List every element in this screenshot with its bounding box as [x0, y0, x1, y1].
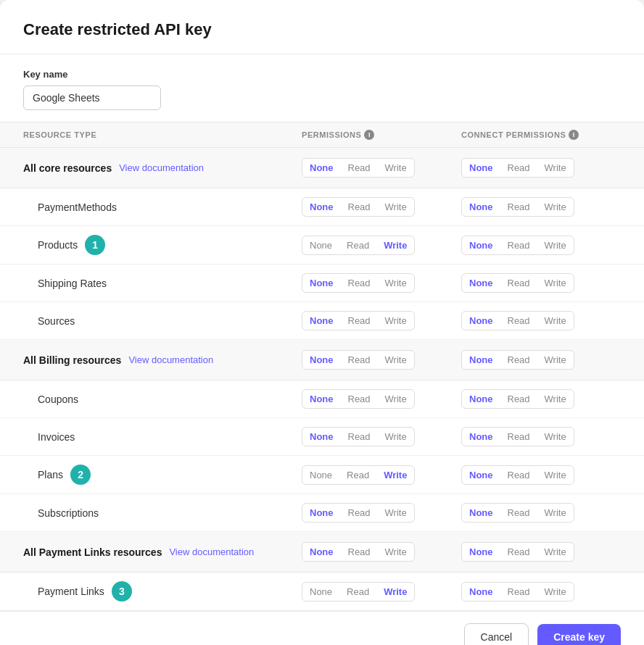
- perm-btn-none-connect-billing-group[interactable]: None: [462, 351, 500, 369]
- perm-btn-write-connect-core-3[interactable]: Write: [537, 312, 574, 330]
- perm-btn-read-perm-billing-2[interactable]: Read: [339, 466, 376, 484]
- perm-btn-none-connect-billing-1[interactable]: None: [462, 428, 500, 446]
- perm-btn-write-connect-payment-links-0[interactable]: Write: [537, 583, 574, 601]
- perm-btn-none-connect-billing-0[interactable]: None: [462, 390, 500, 408]
- group-connect-cell-core: NoneReadWrite: [461, 158, 621, 178]
- perm-btn-read-connect-core-2[interactable]: Read: [500, 274, 537, 292]
- perm-group-perm-billing-1: NoneReadWrite: [302, 427, 415, 446]
- perm-btn-read-perm-core-1[interactable]: Read: [339, 236, 376, 254]
- perm-btn-write-perm-core-0[interactable]: Write: [378, 198, 414, 216]
- perm-btn-write-perm-core-3[interactable]: Write: [378, 312, 414, 330]
- resource-connect-cell-core-1: NoneReadWrite: [461, 236, 621, 255]
- perm-btn-write-connect-core-group[interactable]: Write: [537, 159, 574, 177]
- perm-btn-none-perm-billing-3[interactable]: None: [302, 504, 341, 522]
- perm-btn-none-connect-payment-links-0[interactable]: None: [462, 583, 500, 601]
- perm-btn-read-connect-billing-1[interactable]: Read: [500, 428, 537, 446]
- resource-row-payment-links-0: Payment Links3NoneReadWriteNoneReadWrite: [0, 573, 644, 611]
- view-doc-link-core[interactable]: View documentation: [119, 162, 204, 173]
- perm-btn-write-perm-payment-links-group[interactable]: Write: [378, 543, 414, 561]
- perm-btn-write-perm-core-2[interactable]: Write: [378, 274, 414, 292]
- perm-btn-none-perm-core-0[interactable]: None: [302, 198, 341, 216]
- key-name-label: Key name: [23, 69, 621, 80]
- perm-btn-write-connect-core-1[interactable]: Write: [537, 236, 574, 254]
- perm-btn-write-connect-core-0[interactable]: Write: [537, 198, 574, 216]
- perm-btn-read-connect-payment-links-0[interactable]: Read: [500, 583, 537, 601]
- view-doc-link-billing[interactable]: View documentation: [128, 354, 213, 365]
- perm-btn-read-connect-billing-0[interactable]: Read: [500, 390, 537, 408]
- key-name-section: Key name: [0, 54, 644, 122]
- perm-btn-read-perm-billing-3[interactable]: Read: [341, 504, 378, 522]
- perm-btn-write-connect-core-2[interactable]: Write: [537, 274, 574, 292]
- group-connect-cell-billing: NoneReadWrite: [461, 350, 621, 370]
- connect-info-icon[interactable]: i: [569, 130, 579, 140]
- perm-btn-read-perm-billing-group[interactable]: Read: [341, 351, 378, 369]
- perm-btn-none-perm-billing-2[interactable]: None: [302, 466, 339, 484]
- perm-btn-none-connect-billing-3[interactable]: None: [462, 504, 500, 522]
- badge-payment-links-0: 3: [112, 581, 132, 602]
- perm-btn-none-connect-core-2[interactable]: None: [462, 274, 500, 292]
- perm-btn-read-perm-payment-links-group[interactable]: Read: [341, 543, 378, 561]
- resource-row-core-0: PaymentMethodsNoneReadWriteNoneReadWrite: [0, 188, 644, 226]
- perm-group-perm-payment-links-0: NoneReadWrite: [302, 582, 415, 602]
- perm-btn-none-perm-core-1[interactable]: None: [302, 236, 339, 254]
- perm-btn-write-perm-billing-2[interactable]: Write: [376, 466, 414, 484]
- resource-row-billing-3: SubscriptionsNoneReadWriteNoneReadWrite: [0, 494, 644, 532]
- permissions-info-icon[interactable]: i: [364, 130, 374, 140]
- perm-btn-write-connect-billing-0[interactable]: Write: [537, 390, 574, 408]
- perm-btn-read-perm-billing-1[interactable]: Read: [341, 428, 378, 446]
- perm-btn-none-connect-core-0[interactable]: None: [462, 198, 500, 216]
- perm-btn-none-perm-billing-group[interactable]: None: [302, 351, 341, 369]
- modal-title: Create restricted API key: [23, 20, 621, 39]
- perm-btn-none-perm-payment-links-group[interactable]: None: [302, 543, 341, 561]
- perm-btn-none-connect-core-group[interactable]: None: [462, 159, 500, 177]
- perm-btn-write-connect-billing-2[interactable]: Write: [537, 466, 574, 484]
- perm-btn-read-perm-payment-links-0[interactable]: Read: [339, 583, 376, 601]
- perm-btn-read-connect-core-3[interactable]: Read: [500, 312, 537, 330]
- create-key-button[interactable]: Create key: [537, 624, 621, 645]
- perm-group-connect-core-1: NoneReadWrite: [461, 236, 574, 255]
- perm-btn-write-perm-billing-group[interactable]: Write: [378, 351, 414, 369]
- perm-btn-none-connect-payment-links-group[interactable]: None: [462, 543, 500, 561]
- perm-btn-none-perm-core-2[interactable]: None: [302, 274, 341, 292]
- group-connect-cell-payment-links: NoneReadWrite: [461, 542, 621, 562]
- group-perm-cell-core: NoneReadWrite: [302, 158, 461, 178]
- perm-btn-write-perm-billing-0[interactable]: Write: [378, 390, 414, 408]
- perm-btn-write-connect-billing-1[interactable]: Write: [537, 428, 574, 446]
- perm-btn-write-connect-billing-3[interactable]: Write: [537, 504, 574, 522]
- perm-btn-write-connect-billing-group[interactable]: Write: [537, 351, 574, 369]
- resource-connect-cell-core-2: NoneReadWrite: [461, 273, 621, 293]
- perm-btn-read-connect-billing-3[interactable]: Read: [500, 504, 537, 522]
- key-name-input[interactable]: [23, 86, 161, 110]
- perm-btn-none-perm-core-group[interactable]: None: [302, 159, 341, 177]
- perm-group-connect-core-group: NoneReadWrite: [461, 158, 574, 178]
- view-doc-link-payment-links[interactable]: View documentation: [169, 546, 254, 557]
- perm-btn-none-connect-core-1[interactable]: None: [462, 236, 500, 254]
- perm-btn-write-perm-core-group[interactable]: Write: [378, 159, 414, 177]
- perm-btn-none-connect-billing-2[interactable]: None: [462, 466, 500, 484]
- perm-btn-write-connect-payment-links-group[interactable]: Write: [537, 543, 574, 561]
- resource-name-billing-0: Coupons: [38, 394, 302, 405]
- perm-btn-read-connect-payment-links-group[interactable]: Read: [500, 543, 537, 561]
- perm-btn-write-perm-core-1[interactable]: Write: [376, 236, 414, 254]
- resource-perm-cell-billing-2: NoneReadWrite: [302, 465, 461, 485]
- perm-btn-read-perm-core-2[interactable]: Read: [341, 274, 378, 292]
- cancel-button[interactable]: Cancel: [464, 623, 529, 645]
- perm-btn-none-perm-payment-links-0[interactable]: None: [302, 583, 339, 601]
- perm-btn-none-connect-core-3[interactable]: None: [462, 312, 500, 330]
- perm-btn-none-perm-billing-0[interactable]: None: [302, 390, 341, 408]
- perm-btn-write-perm-billing-1[interactable]: Write: [378, 428, 414, 446]
- perm-btn-read-connect-core-1[interactable]: Read: [500, 236, 537, 254]
- perm-btn-read-perm-core-group[interactable]: Read: [341, 159, 378, 177]
- perm-btn-read-perm-core-3[interactable]: Read: [341, 312, 378, 330]
- perm-btn-read-connect-billing-2[interactable]: Read: [500, 466, 537, 484]
- perm-btn-none-perm-core-3[interactable]: None: [302, 312, 341, 330]
- perm-btn-read-connect-billing-group[interactable]: Read: [500, 351, 537, 369]
- perm-btn-none-perm-billing-1[interactable]: None: [302, 428, 341, 446]
- perm-btn-write-perm-billing-3[interactable]: Write: [378, 504, 414, 522]
- perm-btn-read-perm-billing-0[interactable]: Read: [341, 390, 378, 408]
- perm-group-connect-billing-0: NoneReadWrite: [461, 389, 574, 409]
- perm-btn-read-connect-core-0[interactable]: Read: [500, 198, 537, 216]
- perm-btn-write-perm-payment-links-0[interactable]: Write: [376, 583, 414, 601]
- perm-btn-read-connect-core-group[interactable]: Read: [500, 159, 537, 177]
- perm-btn-read-perm-core-0[interactable]: Read: [341, 198, 378, 216]
